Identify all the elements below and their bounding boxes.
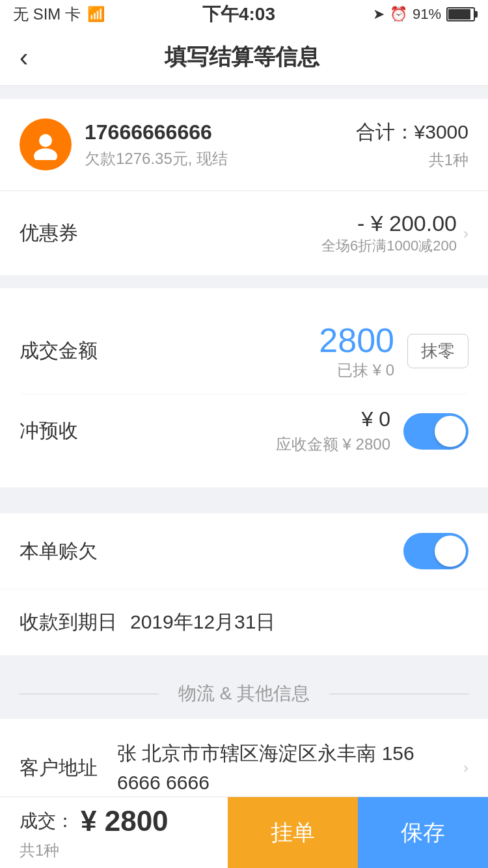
duedate-label: 收款到期日 — [20, 609, 117, 636]
duedate-section: 收款到期日 2019年12月31日 — [0, 589, 488, 655]
round-button[interactable]: 抹零 — [407, 334, 468, 368]
address-chevron-icon: › — [463, 759, 468, 777]
bottom-deal: 成交： ¥ 2800 — [20, 805, 208, 837]
user-count: 共1种 — [356, 150, 468, 170]
logistics-divider: 物流 & 其他信息 — [0, 668, 488, 719]
prereceive-toggle[interactable] — [403, 413, 468, 450]
wifi-icon: 📶 — [87, 6, 105, 23]
status-right: ➤ ⏰ 91% — [373, 6, 475, 23]
user-debt: 欠款1276.35元, 现结 — [85, 148, 228, 169]
debt-toggle[interactable] — [403, 533, 468, 569]
location-icon: ➤ — [373, 6, 385, 23]
status-left: 无 SIM 卡 📶 — [13, 4, 105, 25]
toggle-knob — [435, 416, 466, 447]
battery-icon — [446, 7, 475, 21]
user-details: 17666666666 欠款1276.35元, 现结 — [85, 120, 228, 169]
amount-row: 成交金额 2800 已抹 ¥ 0 抹零 — [20, 308, 468, 394]
save-button-label: 保存 — [401, 818, 445, 848]
page-title: 填写结算等信息 — [41, 42, 442, 72]
user-total: 合计：¥3000 — [356, 119, 468, 146]
user-card: 17666666666 欠款1276.35元, 现结 合计：¥3000 共1种 — [0, 99, 488, 190]
bottom-deal-label: 成交： — [20, 809, 74, 834]
bottom-count: 共1种 — [20, 840, 208, 861]
prereceive-row: 冲预收 ¥ 0 应收金额 ¥ 2800 — [20, 394, 468, 468]
user-info-left: 17666666666 欠款1276.35元, 现结 — [20, 118, 228, 170]
prereceive-value-area: ¥ 0 应收金额 ¥ 2800 — [276, 407, 390, 455]
debt-label: 本单赊欠 — [20, 538, 98, 565]
coupon-right: - ¥ 200.00 全场6折满1000减200 › — [321, 211, 468, 256]
amount-number: 2800 — [319, 321, 394, 360]
prereceive-label: 冲预收 — [20, 418, 78, 444]
battery-percent: 91% — [413, 6, 441, 23]
divider-line-right — [329, 694, 468, 694]
bottom-bar: 成交： ¥ 2800 共1种 挂单 保存 — [0, 796, 488, 868]
divider-line-left — [20, 694, 159, 694]
debt-toggle-knob — [435, 536, 466, 567]
coupon-desc: 全场6折满1000减200 — [321, 236, 457, 256]
user-phone: 17666666666 — [85, 120, 228, 144]
coupon-label: 优惠券 — [20, 220, 78, 247]
status-bar: 无 SIM 卡 📶 下午4:03 ➤ ⏰ 91% — [0, 0, 488, 29]
status-time: 下午4:03 — [202, 2, 275, 27]
alarm-icon: ⏰ — [390, 6, 407, 23]
hang-button[interactable]: 挂单 — [228, 797, 358, 869]
svg-point-1 — [34, 148, 57, 160]
address-value: 张 北京市市辖区海淀区永丰南 156 6666 6666 — [117, 739, 457, 797]
svg-point-0 — [39, 134, 52, 147]
bottom-summary: 成交： ¥ 2800 共1种 — [0, 805, 228, 861]
address-label: 客户地址 — [20, 755, 98, 781]
carrier-label: 无 SIM 卡 — [13, 4, 81, 25]
section-divider-1 — [0, 275, 488, 288]
coupon-discount: - ¥ 200.00 — [321, 211, 457, 236]
prereceive-right: ¥ 0 应收金额 ¥ 2800 — [276, 407, 468, 455]
hang-button-label: 挂单 — [271, 818, 315, 848]
amount-section: 成交金额 2800 已抹 ¥ 0 抹零 冲预收 ¥ 0 应收金额 ¥ 2800 — [0, 288, 488, 487]
amount-value-area: 2800 已抹 ¥ 0 抹零 — [319, 321, 468, 381]
back-button[interactable]: ‹ — [20, 44, 28, 70]
user-total-area: 合计：¥3000 共1种 — [356, 119, 468, 170]
logistics-text: 物流 & 其他信息 — [178, 681, 310, 706]
coupon-section[interactable]: 优惠券 - ¥ 200.00 全场6折满1000减200 › — [0, 191, 488, 275]
coupon-chevron-icon: › — [463, 224, 468, 243]
duedate-value: 2019年12月31日 — [130, 609, 275, 636]
prereceive-value: ¥ 0 — [276, 407, 390, 431]
save-button[interactable]: 保存 — [358, 797, 488, 869]
bottom-deal-amount: ¥ 2800 — [81, 805, 169, 837]
section-divider-2 — [0, 487, 488, 500]
prereceive-sub: 应收金额 ¥ 2800 — [276, 434, 390, 455]
nav-bar: ‹ 填写结算等信息 — [0, 29, 488, 86]
amount-label: 成交金额 — [20, 338, 98, 364]
debt-section: 本单赊欠 — [0, 513, 488, 589]
amount-sub: 已抹 ¥ 0 — [319, 360, 394, 381]
avatar — [20, 118, 72, 170]
